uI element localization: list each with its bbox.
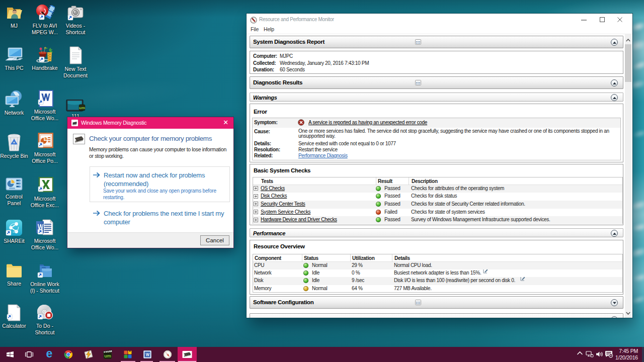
svg-text:um: um (104, 353, 111, 358)
svg-text:um: um (79, 106, 85, 110)
